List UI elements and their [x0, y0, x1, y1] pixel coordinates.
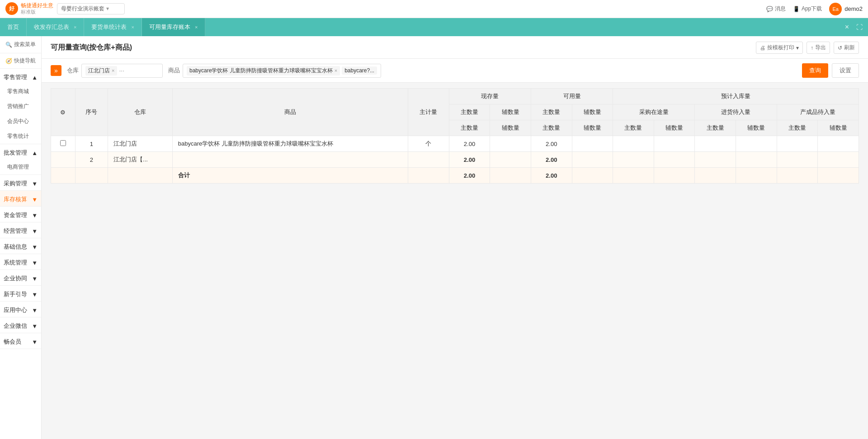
export-button[interactable]: ↑ 导出 — [807, 42, 830, 54]
message-button[interactable]: 💬 消息 — [766, 5, 786, 13]
th-in-aux: 辅数量 — [736, 120, 777, 136]
sidebar-section-member: 畅会员 ▼ — [0, 333, 41, 349]
sidebar-section-purchase-header[interactable]: 采购管理 ▼ — [0, 175, 41, 190]
appcenter-arrow-icon: ▼ — [32, 307, 38, 314]
app-icon: 📱 — [793, 6, 800, 12]
system-arrow-icon: ▼ — [32, 260, 38, 266]
app-label: App下载 — [802, 5, 822, 13]
sidebar-item-retail-stats[interactable]: 零售统计 — [0, 129, 41, 144]
purchase-arrow-icon: ▼ — [32, 180, 38, 187]
row1-check-input[interactable] — [60, 140, 66, 146]
tab-receive[interactable]: 收发存汇总表 × — [27, 18, 84, 36]
zero-sales-label: 零售管理 — [4, 73, 27, 81]
sidebar-item-membership[interactable]: 会员中心 — [0, 114, 41, 129]
topbar-left: 好 畅捷通好生意 标准版 母婴行业演示账套 ▾ — [5, 2, 125, 15]
sidebar-section-appcenter: 应用中心 ▼ — [0, 302, 41, 317]
tab-home[interactable]: 首页 — [0, 18, 27, 36]
member-label: 畅会员 — [4, 338, 21, 346]
sidebar-section-enterprise-header[interactable]: 企业协同 ▼ — [0, 270, 41, 285]
th-incoming-group: 进货待入量 — [695, 104, 777, 120]
tab-order-stat-close-icon[interactable]: × — [131, 24, 134, 30]
sidebar-section-zero-sales-header[interactable]: 零售管理 ▲ — [0, 69, 41, 84]
row1-pp-aux — [818, 136, 859, 152]
export-icon: ↑ — [811, 45, 813, 51]
page-header-actions: 🖨 按模板打印 ▾ ↑ 导出 ↺ 刷新 — [756, 42, 859, 58]
tab-order-stat[interactable]: 要货单统计表 × — [84, 18, 142, 36]
sidebar-section-wechat-header[interactable]: 企业微信 ▼ — [0, 317, 41, 333]
th-warehouse: 仓库 — [108, 89, 173, 136]
sidebar-section-system: 系统管理 ▼ — [0, 254, 41, 270]
warehouse-tag: 江北门店 × — [85, 66, 117, 76]
sidebar-section-stock-header[interactable]: 库存核算 ▼ — [0, 191, 41, 206]
sidebar: 🔍 搜索菜单 🧭 快捷导航 零售管理 ▲ 零售商城 营销推广 会员中心 零售统计 — [0, 36, 42, 439]
finance-label: 资金管理 — [4, 211, 27, 219]
th-settings[interactable]: ⚙ — [51, 89, 75, 136]
sidebar-section-basic: 基础信息 ▼ — [0, 238, 41, 254]
sidebar-item-ecommerce[interactable]: 电商管理 — [0, 160, 41, 175]
sidebar-section-basic-header[interactable]: 基础信息 ▼ — [0, 238, 41, 254]
row1-unit: 个 — [408, 136, 449, 152]
user-area[interactable]: Ea demo2 — [829, 3, 863, 15]
query-button[interactable]: 查询 — [802, 63, 828, 78]
sidebar-section-member-header[interactable]: 畅会员 ▼ — [0, 333, 41, 349]
warehouse-filter-input[interactable]: 江北门店 × ··· — [81, 64, 163, 78]
nav-icon: 🧭 — [5, 58, 12, 64]
th-available-main: 主数量 — [531, 104, 572, 120]
sidebar-nav[interactable]: 🧭 快捷导航 — [0, 53, 41, 69]
product-tag-1: babycare学饮杯 儿童防摔防撞吸管杯重力球吸嘴杯宝宝水杯 × — [187, 66, 340, 76]
sidebar-section-batch-header[interactable]: 批发管理 ▲ — [0, 144, 41, 160]
row2-checkbox[interactable] — [51, 152, 75, 168]
product-tag-1-remove-icon[interactable]: × — [335, 68, 337, 73]
warehouse-tag-remove-icon[interactable]: × — [112, 68, 114, 73]
row1-pt-main — [613, 136, 654, 152]
enterprise-arrow-icon: ▼ — [32, 275, 38, 282]
refresh-icon: ↺ — [838, 45, 842, 51]
tab-receive-close-icon[interactable]: × — [74, 24, 76, 30]
retail-stats-label: 零售统计 — [7, 133, 29, 139]
tab-available-stock-close-icon[interactable]: × — [195, 24, 198, 30]
topbar-right: 💬 消息 📱 App下载 Ea demo2 — [766, 3, 863, 15]
fullscreen-icon[interactable]: ⛶ — [854, 22, 864, 33]
sidebar-section-appcenter-header[interactable]: 应用中心 ▼ — [0, 302, 41, 317]
sidebar-section-system-header[interactable]: 系统管理 ▼ — [0, 254, 41, 269]
industry-selector[interactable]: 母婴行业演示账套 ▾ — [57, 3, 125, 14]
sidebar-item-zero-sales-mall[interactable]: 零售商城 — [0, 84, 41, 99]
close-all-tabs-icon[interactable]: × — [843, 21, 851, 33]
th-pt-aux: 辅数量 — [654, 120, 695, 136]
sidebar-item-marketing[interactable]: 营销推广 — [0, 99, 41, 114]
th-planned-in-group: 预计入库量 — [613, 89, 859, 104]
ecommerce-label: 电商管理 — [7, 164, 29, 170]
batch-arrow-icon: ▲ — [32, 150, 38, 156]
sidebar-section-purchase: 采购管理 ▼ — [0, 175, 41, 191]
member-arrow-icon: ▼ — [32, 339, 38, 345]
footer-in-main — [695, 168, 736, 184]
row2-available-aux — [572, 152, 613, 168]
row2-warehouse: 江北门店【... — [108, 152, 173, 168]
settings-icon[interactable]: ⚙ — [60, 109, 66, 116]
sidebar-section-finance-header[interactable]: 资金管理 ▼ — [0, 207, 41, 222]
row1-checkbox[interactable] — [51, 136, 75, 152]
sidebar-section-operation-header[interactable]: 经营管理 ▼ — [0, 222, 41, 238]
filter-expand-button[interactable]: » — [51, 65, 61, 76]
table-footer-row: 合计 2.00 2.00 — [51, 168, 859, 184]
template-print-label: 按模板打印 — [767, 44, 794, 52]
tab-available-stock[interactable]: 可用量库存账本 × — [142, 18, 205, 36]
sidebar-search[interactable]: 🔍 搜索菜单 — [0, 36, 41, 53]
refresh-button[interactable]: ↺ 刷新 — [834, 42, 859, 54]
warehouse-filter-dots[interactable]: ··· — [119, 67, 124, 74]
data-table: ⚙ 序号 仓库 商品 主计量 现存量 可用量 预计入库量 主数量 辅数量 主数量 — [51, 88, 859, 184]
sidebar-section-newuser-header[interactable]: 新手引导 ▼ — [0, 286, 41, 301]
row1-available-main: 2.00 — [531, 136, 572, 152]
template-print-button[interactable]: 🖨 按模板打印 ▾ — [756, 42, 803, 54]
footer-available-main: 2.00 — [531, 168, 572, 184]
logo-text-area: 畅捷通好生意 标准版 — [21, 2, 53, 15]
th-pp-aux: 辅数量 — [818, 120, 859, 136]
table-row: 1 江北门店 babycare学饮杯 儿童防摔防撞吸管杯重力球吸嘴杯宝宝水杯 个… — [51, 136, 859, 152]
sidebar-section-zero-sales: 零售管理 ▲ 零售商城 营销推广 会员中心 零售统计 — [0, 69, 41, 144]
th-unit: 主计量 — [408, 89, 449, 136]
product-filter-input[interactable]: babycare学饮杯 儿童防摔防撞吸管杯重力球吸嘴杯宝宝水杯 × babyca… — [183, 64, 381, 78]
app-download-button[interactable]: 📱 App下载 — [793, 5, 822, 13]
settings-button[interactable]: 设置 — [832, 63, 859, 78]
row2-seq: 2 — [75, 152, 108, 168]
marketing-label: 营销推广 — [7, 103, 29, 109]
